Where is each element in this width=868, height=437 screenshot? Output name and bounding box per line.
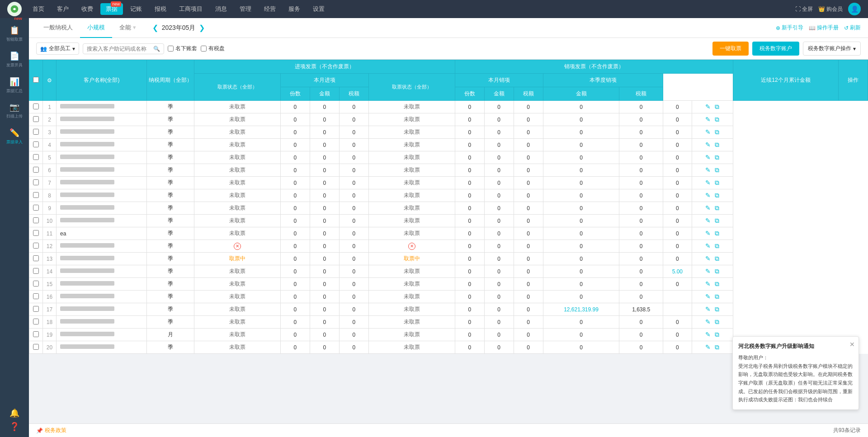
tax-digital-account-btn[interactable]: 税务数字账户 [752,42,799,56]
cell-checkbox[interactable] [29,329,43,341]
copy-action-icon[interactable]: ⧉ [715,141,719,148]
edit-action-icon[interactable]: ✎ [705,154,711,161]
row-checkbox[interactable] [33,306,39,312]
cell-checkbox[interactable] [29,126,43,139]
edit-action-icon[interactable]: ✎ [705,255,711,262]
nav-home[interactable]: 首页 [27,3,50,15]
row-checkbox[interactable] [33,230,39,236]
edit-action-icon[interactable]: ✎ [705,217,711,224]
edit-action-icon[interactable]: ✎ [705,179,711,186]
search-bar[interactable]: 🔍 [83,43,164,54]
cell-checkbox[interactable] [29,202,43,215]
edit-action-icon[interactable]: ✎ [705,293,711,300]
row-checkbox[interactable] [33,192,39,198]
edit-action-icon[interactable]: ✎ [705,318,711,325]
sidebar-item-invoice-open[interactable]: 📄 发票开具 [0,47,29,71]
tab-all-capable[interactable]: 全能 ▾ [112,18,143,38]
edit-action-icon[interactable]: ✎ [705,192,711,199]
copy-action-icon[interactable]: ⧉ [715,230,719,237]
cell-checkbox[interactable] [29,139,43,151]
prev-month-btn[interactable]: ❮ [152,23,158,32]
copy-action-icon[interactable]: ⧉ [715,116,719,123]
refresh-btn[interactable]: ↺ 刷新 [844,24,861,32]
cell-checkbox[interactable] [29,316,43,329]
row-checkbox[interactable] [33,331,39,337]
edit-action-icon[interactable]: ✎ [705,230,711,237]
row-checkbox[interactable] [33,255,39,261]
row-checkbox[interactable] [33,141,39,147]
search-input[interactable] [87,46,151,52]
copy-action-icon[interactable]: ⧉ [715,305,719,313]
one-click-fetch-btn[interactable]: 一键取票 [712,42,749,56]
nav-fee[interactable]: 收费 [76,3,99,15]
copy-action-icon[interactable]: ⧉ [715,128,719,136]
nav-customer[interactable]: 客户 [52,3,74,15]
cell-checkbox[interactable] [29,341,43,354]
row-checkbox[interactable] [33,103,39,109]
row-checkbox[interactable] [33,319,39,324]
manual-btn[interactable]: 📖 操作手册 [809,24,839,32]
copy-action-icon[interactable]: ⧉ [715,255,719,262]
row-checkbox[interactable] [33,217,39,223]
sidebar-item-entry[interactable]: ✏️ 票据录入 [0,124,29,148]
copy-action-icon[interactable]: ⧉ [715,280,719,287]
sidebar-item-scan[interactable]: 📷 扫描上传 [0,99,29,122]
cell-checkbox[interactable] [29,177,43,189]
cell-checkbox[interactable] [29,227,43,240]
edit-action-icon[interactable]: ✎ [705,305,711,313]
nav-tax[interactable]: 报税 [149,3,172,15]
edit-action-icon[interactable]: ✎ [705,103,711,110]
cell-checkbox[interactable] [29,303,43,316]
th-in-status[interactable]: 取票状态（全部） [194,74,281,101]
copy-action-icon[interactable]: ⧉ [715,192,719,199]
row-checkbox[interactable] [33,129,39,135]
th-period[interactable]: 纳税周期（全部） [147,60,194,101]
cell-checkbox[interactable] [29,253,43,265]
cell-checkbox[interactable] [29,240,43,253]
has-tax-plate-checkbox[interactable]: 有税盘 [201,45,225,52]
edit-action-icon[interactable]: ✎ [705,166,711,174]
nav-operation[interactable]: 经营 [259,3,281,15]
copy-action-icon[interactable]: ⧉ [715,204,719,211]
fullscreen-btn[interactable]: ⛶ 全屏 [795,5,813,13]
cell-checkbox[interactable] [29,113,43,126]
cell-checkbox[interactable] [29,189,43,202]
nav-invoice[interactable]: 票据 new [100,3,123,15]
row-checkbox[interactable] [33,243,39,249]
sidebar-item-summary[interactable]: 📊 票据汇总 [0,73,29,97]
copy-action-icon[interactable]: ⧉ [715,318,719,325]
select-all-checkbox[interactable] [33,77,39,83]
row-checkbox[interactable] [33,154,39,160]
notification-close-btn[interactable]: ✕ [849,339,855,349]
row-checkbox[interactable] [33,281,39,287]
tab-small-scale[interactable]: 小规模 [80,18,112,38]
cell-checkbox[interactable] [29,291,43,303]
employee-filter[interactable]: 👥 全部员工 ▾ [36,42,79,55]
copy-action-icon[interactable]: ⧉ [715,293,719,300]
row-checkbox[interactable] [33,293,39,299]
copy-action-icon[interactable]: ⧉ [715,343,719,351]
copy-action-icon[interactable]: ⧉ [715,179,719,186]
new-guide-btn[interactable]: ⊕ 新手引导 [776,24,803,32]
cell-checkbox[interactable] [29,278,43,291]
row-checkbox[interactable] [33,268,39,274]
sidebar-bell-icon[interactable]: 🔔 [9,408,19,418]
nav-message[interactable]: 消息 [210,3,232,15]
row-checkbox[interactable] [33,205,39,211]
under-account-checkbox[interactable]: 名下账套 [168,45,197,52]
cell-checkbox[interactable] [29,215,43,227]
edit-action-icon[interactable]: ✎ [705,343,711,351]
th-name[interactable]: 客户名称(全部) [57,60,147,101]
nav-business[interactable]: 工商项目 [174,3,208,15]
th-out-status[interactable]: 取票状态（全部） [368,74,455,101]
cell-checkbox[interactable] [29,164,43,177]
row-checkbox[interactable] [33,167,39,173]
edit-action-icon[interactable]: ✎ [705,116,711,123]
sidebar-question-icon[interactable]: ❓ [9,422,19,432]
edit-action-icon[interactable]: ✎ [705,331,711,338]
next-month-btn[interactable]: ❯ [199,23,205,32]
copy-action-icon[interactable]: ⧉ [715,268,719,275]
nav-accounting[interactable]: 记账 [125,3,147,15]
copy-action-icon[interactable]: ⧉ [715,217,719,224]
vip-btn[interactable]: 👑 购会员 [818,5,843,13]
